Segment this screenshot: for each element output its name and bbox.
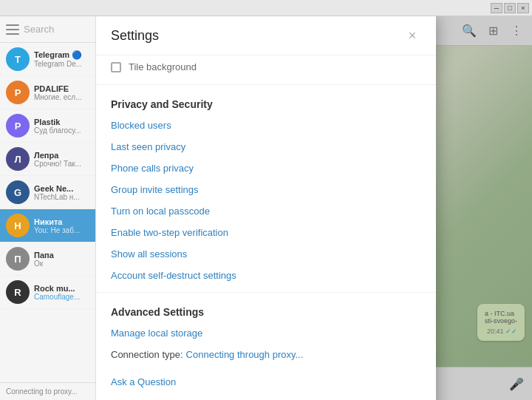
divider [96,292,436,293]
divider [96,84,436,85]
tile-background-label: Tile background [129,61,197,72]
contact-item[interactable]: Н Никита You: Не заб... [0,209,95,243]
contact-preview: Срочно! Так... [34,160,89,168]
contact-preview: Многие. есл... [34,93,89,101]
account-self-destruct-settings-link[interactable]: Account self-destruct settings [96,265,436,286]
tile-background-checkbox[interactable] [111,62,121,72]
contact-item[interactable]: Л Лепра Срочно! Так... [0,143,95,176]
avatar: Н [6,214,30,237]
contact-info: Лепра Срочно! Так... [34,151,89,168]
app-body: Search T Telegram 🔵 Telegram De... P PDA… [0,16,532,400]
search-label: Search [24,24,54,35]
contact-name: PDALIFE [34,84,89,93]
contact-info: Rock mu... Camouflage... [34,284,89,301]
advanced-section-title: Advanced Settings [96,299,436,322]
contact-item[interactable]: R Rock mu... Camouflage... [0,276,95,309]
title-bar: ─ □ × [0,0,532,16]
avatar: P [6,114,30,138]
contact-item[interactable]: P PDALIFE Многие. есл... [0,76,95,109]
avatar: G [6,180,30,204]
sidebar-status: Connecting to proxy... [0,382,95,400]
contact-info: Telegram 🔵 Telegram De... [34,50,89,68]
connection-type-label: Connection type: [111,349,183,360]
contact-name: Никита [34,217,89,226]
settings-header: Settings × [96,16,436,55]
close-window-button[interactable]: × [517,3,529,13]
connection-type-value[interactable]: Connecting through proxy... [186,349,304,360]
contact-preview: Суд благосу... [34,126,89,135]
turn-on-local-passcode-link[interactable]: Turn on local passcode [96,200,436,222]
contact-preview: Telegram De... [34,60,89,68]
telegram-faq-link[interactable]: Telegram FAQ [96,393,436,400]
contact-item[interactable]: T Telegram 🔵 Telegram De... [0,43,95,76]
contact-preview: NTechLab н... [34,193,89,201]
minimize-button[interactable]: ─ [491,3,502,13]
sidebar: Search T Telegram 🔵 Telegram De... P PDA… [0,16,96,400]
ask-a-question-link[interactable]: Ask a Question [96,371,436,393]
phone-calls-privacy-link[interactable]: Phone calls privacy [96,157,436,179]
group-invite-settings-link[interactable]: Group invite settings [96,179,436,200]
modal-overlay: Settings × Tile background Privacy and S… [96,16,532,400]
settings-title: Settings [111,28,159,44]
maximize-button[interactable]: □ [504,3,516,13]
contact-info: Geek Ne... NTechLab н... [34,184,89,201]
avatar: P [6,81,30,104]
contact-name: Лепра [34,151,89,160]
contact-preview: Ок [34,260,89,268]
close-button[interactable]: × [403,27,421,44]
avatar: П [6,247,30,271]
contact-list: T Telegram 🔵 Telegram De... P PDALIFE Мн… [0,43,95,382]
hamburger-icon[interactable] [6,24,19,35]
contact-info: Plastik Суд благосу... [34,118,89,135]
settings-body: Tile background Privacy and Security Blo… [96,55,436,400]
blocked-users-link[interactable]: Blocked users [96,115,436,136]
settings-panel: Settings × Tile background Privacy and S… [96,16,436,400]
contact-name: Папа [34,251,89,260]
manage-local-storage-link[interactable]: Manage local storage [96,322,436,344]
contact-item[interactable]: П Папа Ок [0,243,95,276]
contact-info: Папа Ок [34,251,89,268]
main-chat: 🔍 ⊞ ⋮ а - ITC.ua sti-svoego- 20:41 ✓✓ ☺ … [96,16,532,400]
sidebar-header: Search [0,16,95,43]
avatar: Л [6,147,30,171]
title-bar-buttons: ─ □ × [491,3,529,13]
contact-name: Geek Ne... [34,184,89,193]
contact-name: Telegram 🔵 [34,50,89,60]
contact-name: Plastik [34,118,89,126]
contact-name: Rock mu... [34,284,89,293]
connection-type-row: Connection type: Connecting through prox… [96,344,436,365]
tile-background-row: Tile background [96,55,436,78]
contact-preview: You: Не заб... [34,226,89,234]
avatar: R [6,280,30,304]
contact-item[interactable]: G Geek Ne... NTechLab н... [0,176,95,209]
privacy-section-title: Privacy and Security [96,91,436,115]
contact-info: Никита You: Не заб... [34,217,89,234]
enable-two-step-verification-link[interactable]: Enable two-step verification [96,222,436,243]
contact-item[interactable]: P Plastik Суд благосу... [0,109,95,143]
last-seen-privacy-link[interactable]: Last seen privacy [96,136,436,157]
avatar: T [6,47,30,71]
contact-preview: Camouflage... [34,293,89,301]
show-all-sessions-link[interactable]: Show all sessions [96,243,436,265]
app-window: ─ □ × Search T Telegram 🔵 Telegram De... [0,0,532,400]
contact-info: PDALIFE Многие. есл... [34,84,89,101]
